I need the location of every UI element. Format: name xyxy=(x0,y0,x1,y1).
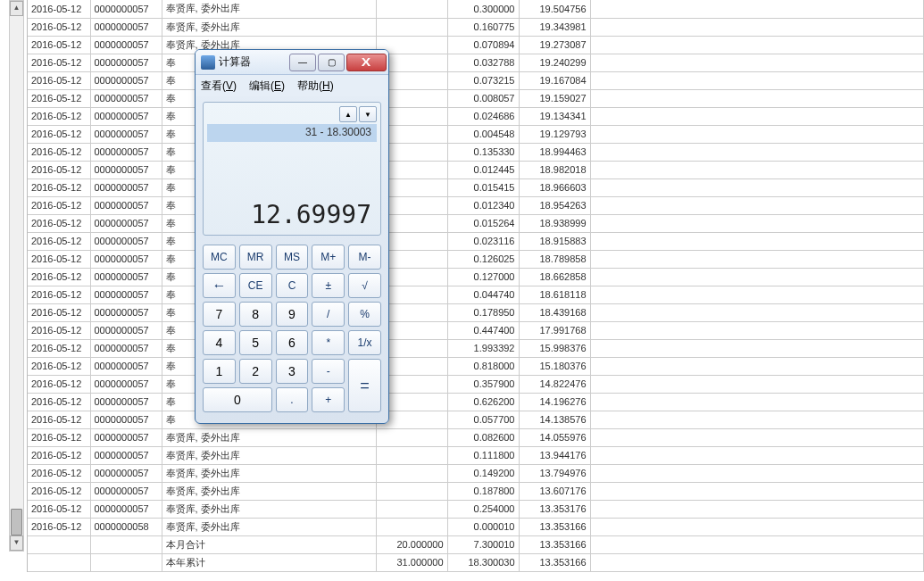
table-cell[interactable]: 0.057700 xyxy=(447,411,519,428)
table-cell[interactable]: 奉贤库, 委外出库 xyxy=(162,518,376,535)
table-cell[interactable]: 0.447400 xyxy=(447,321,519,339)
table-cell[interactable] xyxy=(376,500,447,518)
maximize-button[interactable]: ▢ xyxy=(318,54,345,71)
table-cell[interactable]: 0.044740 xyxy=(447,286,519,303)
table-cell[interactable]: 2016-05-12 xyxy=(28,0,90,18)
key-2[interactable]: 2 xyxy=(239,359,272,384)
table-cell[interactable] xyxy=(28,535,90,553)
table-cell[interactable]: 2016-05-12 xyxy=(28,232,90,250)
table-cell[interactable]: 2016-05-12 xyxy=(28,71,90,89)
table-cell[interactable] xyxy=(590,482,924,500)
table-cell[interactable]: 奉贤库, 委外出库 xyxy=(162,428,376,446)
table-row[interactable]: 2016-05-120000000057奉1.99339215.998376 xyxy=(28,339,924,357)
table-cell[interactable]: 2016-05-12 xyxy=(28,125,90,143)
table-cell[interactable]: 2016-05-12 xyxy=(28,482,90,500)
table-cell[interactable]: 0000000057 xyxy=(90,482,162,500)
table-cell[interactable]: 2016-05-12 xyxy=(28,321,90,339)
table-cell[interactable]: 2016-05-12 xyxy=(28,500,90,518)
table-cell[interactable]: 0000000057 xyxy=(90,18,162,36)
table-cell[interactable]: 0000000058 xyxy=(90,518,162,535)
table-cell[interactable] xyxy=(590,0,924,18)
table-cell[interactable]: 0000000057 xyxy=(90,357,162,375)
menu-help[interactable]: 帮助(H) xyxy=(297,79,334,94)
table-row[interactable]: 2016-05-120000000057奉0.44740017.991768 xyxy=(28,321,924,339)
key-9[interactable]: 9 xyxy=(276,302,309,327)
key-4[interactable]: 4 xyxy=(203,330,236,355)
table-cell[interactable]: 13.794976 xyxy=(519,464,590,482)
table-row[interactable]: 2016-05-120000000057奉0.02468619.134341 xyxy=(28,107,924,125)
table-cell[interactable] xyxy=(90,535,162,553)
table-cell[interactable]: 2016-05-12 xyxy=(28,36,90,54)
table-cell[interactable]: 0.024686 xyxy=(447,107,519,125)
table-cell[interactable]: 0000000057 xyxy=(90,250,162,268)
table-cell[interactable]: 本年累计 xyxy=(162,553,376,571)
table-row[interactable]: 2016-05-120000000057奉0.02311618.915883 xyxy=(28,232,924,250)
key-mr[interactable]: MR xyxy=(239,245,272,270)
table-cell[interactable]: 奉贤库, 委外出库 xyxy=(162,446,376,464)
table-cell[interactable]: 19.167084 xyxy=(519,71,590,89)
table-cell[interactable]: 2016-05-12 xyxy=(28,411,90,428)
table-cell[interactable]: 1.993392 xyxy=(447,339,519,357)
table-cell[interactable]: 2016-05-12 xyxy=(28,54,90,71)
table-cell[interactable]: 2016-05-12 xyxy=(28,268,90,286)
table-row[interactable]: 2016-05-120000000057奉0.01234018.954263 xyxy=(28,196,924,214)
key-ms[interactable]: MS xyxy=(276,245,309,270)
key-0[interactable]: 0 xyxy=(203,387,272,412)
table-cell[interactable]: 2016-05-12 xyxy=(28,303,90,321)
table-cell[interactable]: 2016-05-12 xyxy=(28,428,90,446)
table-cell[interactable]: 13.944176 xyxy=(519,446,590,464)
table-cell[interactable] xyxy=(90,553,162,571)
table-cell[interactable]: 19.129793 xyxy=(519,125,590,143)
table-cell[interactable]: 0.300000 xyxy=(447,0,519,18)
table-cell[interactable] xyxy=(590,464,924,482)
table-cell[interactable] xyxy=(590,518,924,535)
table-cell[interactable]: 0.135330 xyxy=(447,143,519,161)
table-row[interactable]: 2016-05-120000000058奉贤库, 委外出库0.00001013.… xyxy=(28,518,924,535)
table-cell[interactable]: 0.004548 xyxy=(447,125,519,143)
table-cell[interactable] xyxy=(590,339,924,357)
table-cell[interactable]: 0000000057 xyxy=(90,0,162,18)
table-cell[interactable] xyxy=(590,178,924,196)
table-cell[interactable]: 13.353166 xyxy=(519,518,590,535)
menu-view[interactable]: 查看(V) xyxy=(201,79,237,94)
table-cell[interactable] xyxy=(590,303,924,321)
table-cell[interactable] xyxy=(590,143,924,161)
key-plusminus[interactable]: ± xyxy=(312,273,345,298)
table-cell[interactable]: 2016-05-12 xyxy=(28,375,90,393)
table-cell[interactable]: 0.149200 xyxy=(447,464,519,482)
table-cell[interactable]: 14.055976 xyxy=(519,428,590,446)
table-cell[interactable] xyxy=(376,482,447,500)
table-cell[interactable]: 20.000000 xyxy=(376,535,447,553)
scroll-up-button[interactable]: ▲ xyxy=(10,1,23,16)
table-cell[interactable] xyxy=(590,446,924,464)
table-cell[interactable]: 19.159027 xyxy=(519,89,590,107)
table-cell[interactable]: 7.300010 xyxy=(447,535,519,553)
table-cell[interactable]: 0.032788 xyxy=(447,54,519,71)
table-cell[interactable]: 19.240299 xyxy=(519,54,590,71)
table-cell[interactable]: 2016-05-12 xyxy=(28,214,90,232)
key-sqrt[interactable]: √ xyxy=(348,273,381,298)
table-cell[interactable]: 0000000057 xyxy=(90,446,162,464)
table-row[interactable]: 2016-05-120000000057奉0.62620014.196276 xyxy=(28,393,924,411)
key-mminus[interactable]: M- xyxy=(348,245,381,270)
table-cell[interactable] xyxy=(590,36,924,54)
table-cell[interactable]: 18.966603 xyxy=(519,178,590,196)
table-row[interactable]: 2016-05-120000000057奉0.01526418.938999 xyxy=(28,214,924,232)
table-cell[interactable]: 0000000057 xyxy=(90,125,162,143)
table-cell[interactable]: 2016-05-12 xyxy=(28,161,90,178)
table-cell[interactable]: 0000000057 xyxy=(90,196,162,214)
table-cell[interactable]: 13.607176 xyxy=(519,482,590,500)
table-cell[interactable] xyxy=(376,446,447,464)
table-cell[interactable] xyxy=(590,71,924,89)
table-cell[interactable] xyxy=(590,107,924,125)
table-cell[interactable]: 0.082600 xyxy=(447,428,519,446)
table-cell[interactable]: 0.126025 xyxy=(447,250,519,268)
table-cell[interactable]: 19.134341 xyxy=(519,107,590,125)
table-cell[interactable]: 0.127000 xyxy=(447,268,519,286)
table-cell[interactable]: 2016-05-12 xyxy=(28,196,90,214)
table-row[interactable]: 2016-05-120000000057奉贤库, 委外出库0.14920013.… xyxy=(28,464,924,482)
table-row[interactable]: 2016-05-120000000057奉贤库, 委外出库0.11180013.… xyxy=(28,446,924,464)
data-table[interactable]: 2016-05-120000000057奉贤库, 委外出库0.30000019.… xyxy=(28,0,924,572)
table-cell[interactable] xyxy=(590,411,924,428)
key-plus[interactable]: + xyxy=(312,387,345,412)
